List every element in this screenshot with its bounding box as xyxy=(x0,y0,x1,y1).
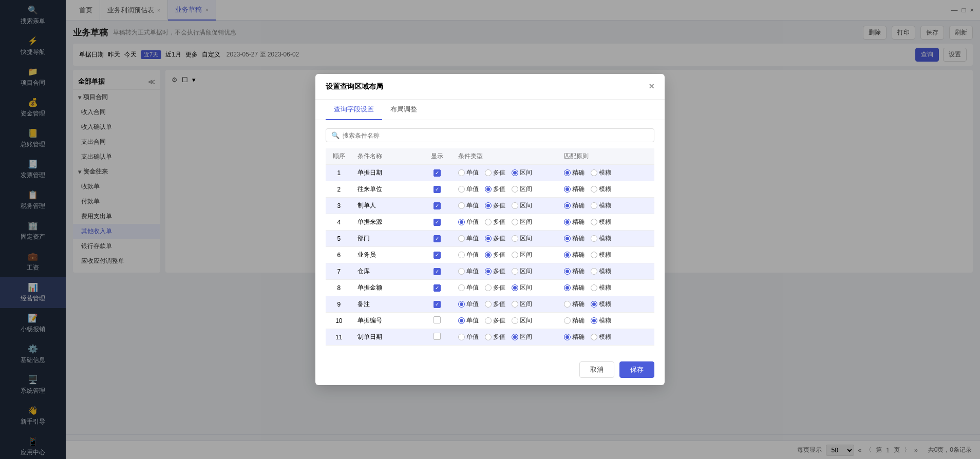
cell-show[interactable]: ✓ xyxy=(421,214,453,231)
radio-multi[interactable]: 多值 xyxy=(485,251,505,259)
radio-single[interactable]: 单值 xyxy=(458,316,479,325)
radio-fuzzy[interactable]: 模糊 xyxy=(591,234,611,243)
radio-range[interactable]: 区间 xyxy=(512,168,532,177)
radio-fuzzy-circle xyxy=(591,169,597,176)
radio-precise[interactable]: 精确 xyxy=(564,267,585,276)
modal-tabs: 查询字段设置 布局调整 xyxy=(315,100,665,120)
table-row: 2往来单位✓ 单值 多值 区间 精确 xyxy=(326,181,654,198)
radio-fuzzy-circle xyxy=(591,317,597,324)
radio-fuzzy-circle xyxy=(591,252,597,258)
modal-tab-layout[interactable]: 布局调整 xyxy=(382,100,425,120)
cell-show[interactable] xyxy=(421,313,453,329)
modal-cancel-button[interactable]: 取消 xyxy=(579,361,614,378)
checkbox-show[interactable]: ✓ xyxy=(434,268,441,275)
cell-show[interactable]: ✓ xyxy=(421,165,453,181)
radio-range[interactable]: 区间 xyxy=(512,267,532,276)
radio-range[interactable]: 区间 xyxy=(512,251,532,259)
radio-single[interactable]: 单值 xyxy=(458,300,479,309)
cell-show[interactable]: ✓ xyxy=(421,198,453,214)
radio-precise[interactable]: 精确 xyxy=(564,201,585,210)
radio-fuzzy[interactable]: 模糊 xyxy=(591,316,611,325)
checkbox-show[interactable]: ✓ xyxy=(434,169,441,177)
radio-single-circle xyxy=(458,186,465,193)
radio-multi[interactable]: 多值 xyxy=(485,218,505,226)
radio-multi[interactable]: 多值 xyxy=(485,168,505,177)
radio-fuzzy[interactable]: 模糊 xyxy=(591,201,611,210)
radio-precise[interactable]: 精确 xyxy=(564,234,585,243)
radio-multi[interactable]: 多值 xyxy=(485,185,505,194)
radio-precise[interactable]: 精确 xyxy=(564,185,585,194)
radio-single[interactable]: 单值 xyxy=(458,267,479,276)
radio-fuzzy-circle xyxy=(591,334,597,340)
radio-fuzzy[interactable]: 模糊 xyxy=(591,168,611,177)
radio-precise[interactable]: 精确 xyxy=(564,283,585,292)
modal-search-icon: 🔍 xyxy=(331,131,340,139)
radio-range[interactable]: 区间 xyxy=(512,316,532,325)
radio-multi[interactable]: 多值 xyxy=(485,333,505,341)
cell-show[interactable]: ✓ xyxy=(421,181,453,198)
radio-multi[interactable]: 多值 xyxy=(485,283,505,292)
radio-precise[interactable]: 精确 xyxy=(564,316,585,325)
radio-precise[interactable]: 精确 xyxy=(564,333,585,341)
modal-search-input[interactable] xyxy=(343,132,649,139)
radio-range[interactable]: 区间 xyxy=(512,185,532,194)
modal-tab-field-settings[interactable]: 查询字段设置 xyxy=(326,100,382,120)
checkbox-show[interactable] xyxy=(434,316,441,323)
radio-range[interactable]: 区间 xyxy=(512,283,532,292)
radio-multi[interactable]: 多值 xyxy=(485,300,505,309)
radio-fuzzy[interactable]: 模糊 xyxy=(591,333,611,341)
radio-fuzzy[interactable]: 模糊 xyxy=(591,185,611,194)
cell-name: 单据来源 xyxy=(352,214,421,231)
radio-multi[interactable]: 多值 xyxy=(485,201,505,210)
radio-range[interactable]: 区间 xyxy=(512,333,532,341)
radio-single[interactable]: 单值 xyxy=(458,251,479,259)
radio-fuzzy[interactable]: 模糊 xyxy=(591,267,611,276)
cell-show[interactable]: ✓ xyxy=(421,231,453,247)
cell-show[interactable]: ✓ xyxy=(421,263,453,280)
radio-single[interactable]: 单值 xyxy=(458,185,479,194)
radio-multi[interactable]: 多值 xyxy=(485,234,505,243)
cell-show[interactable]: ✓ xyxy=(421,280,453,296)
checkbox-show[interactable]: ✓ xyxy=(434,202,441,209)
radio-precise[interactable]: 精确 xyxy=(564,300,585,309)
radio-single[interactable]: 单值 xyxy=(458,168,479,177)
radio-single[interactable]: 单值 xyxy=(458,234,479,243)
checkbox-show[interactable]: ✓ xyxy=(434,301,441,308)
radio-range[interactable]: 区间 xyxy=(512,218,532,226)
cell-match: 精确 模糊 xyxy=(559,247,654,263)
radio-single[interactable]: 单值 xyxy=(458,201,479,210)
checkbox-show[interactable]: ✓ xyxy=(434,235,441,242)
radio-range[interactable]: 区间 xyxy=(512,234,532,243)
checkbox-show[interactable]: ✓ xyxy=(434,219,441,226)
radio-fuzzy[interactable]: 模糊 xyxy=(591,283,611,292)
checkbox-show[interactable]: ✓ xyxy=(434,284,441,292)
radio-fuzzy[interactable]: 模糊 xyxy=(591,300,611,309)
radio-fuzzy[interactable]: 模糊 xyxy=(591,218,611,226)
radio-precise[interactable]: 精确 xyxy=(564,251,585,259)
radio-precise[interactable]: 精确 xyxy=(564,218,585,226)
cell-show[interactable]: ✓ xyxy=(421,247,453,263)
radio-range[interactable]: 区间 xyxy=(512,300,532,309)
radio-multi[interactable]: 多值 xyxy=(485,267,505,276)
modal-close-button[interactable]: × xyxy=(649,81,654,92)
modal: 设置查询区域布局 × 查询字段设置 布局调整 🔍 顺序 条件 xyxy=(315,74,665,385)
checkbox-show[interactable] xyxy=(434,333,441,340)
cell-show[interactable] xyxy=(421,329,453,346)
radio-single[interactable]: 单值 xyxy=(458,333,479,341)
cell-show[interactable]: ✓ xyxy=(421,296,453,313)
cell-order: 2 xyxy=(326,181,352,198)
modal-save-button[interactable]: 保存 xyxy=(619,361,654,378)
radio-single[interactable]: 单值 xyxy=(458,218,479,226)
modal-overlay[interactable]: 设置查询区域布局 × 查询字段设置 布局调整 🔍 顺序 条件 xyxy=(0,0,980,459)
radio-single[interactable]: 单值 xyxy=(458,283,479,292)
radio-multi[interactable]: 多值 xyxy=(485,316,505,325)
checkbox-show[interactable]: ✓ xyxy=(434,252,441,259)
radio-precise[interactable]: 精确 xyxy=(564,168,585,177)
radio-range[interactable]: 区间 xyxy=(512,201,532,210)
cell-name: 单据日期 xyxy=(352,165,421,181)
radio-fuzzy[interactable]: 模糊 xyxy=(591,251,611,259)
cell-type: 单值 多值 区间 xyxy=(453,296,559,313)
radio-range-circle xyxy=(512,301,518,308)
checkbox-show[interactable]: ✓ xyxy=(434,186,441,193)
table-row: 7仓库✓ 单值 多值 区间 精确 xyxy=(326,263,654,280)
